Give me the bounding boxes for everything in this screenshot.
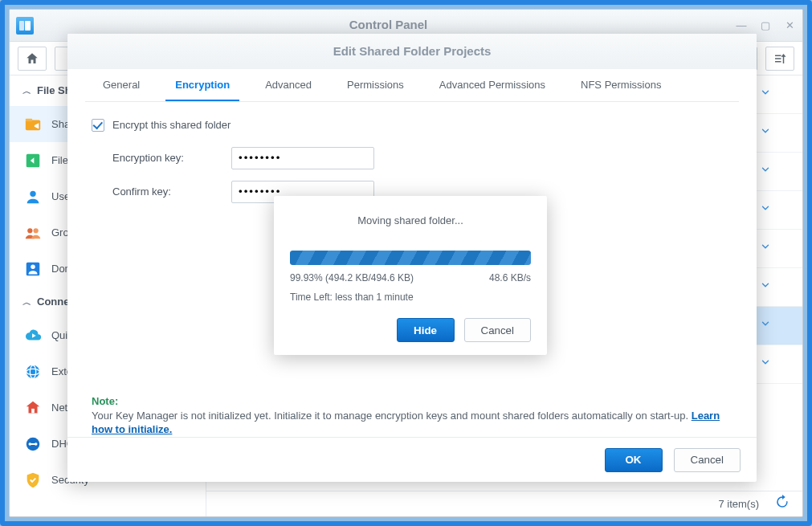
dialog-title: Edit Shared Folder Projects	[67, 34, 757, 69]
note-text: Your Key Manager is not initialized yet.…	[92, 410, 688, 422]
note-label: Note:	[92, 395, 118, 407]
progress-percent: 99.93% (494.2 KB/494.6 KB)	[290, 271, 414, 284]
chevron-down-icon	[756, 202, 775, 218]
home-button[interactable]	[18, 47, 47, 71]
svg-point-3	[30, 190, 35, 196]
home-icon	[25, 51, 39, 66]
svg-rect-11	[31, 408, 35, 413]
folder-share-icon	[24, 116, 42, 133]
svg-point-5	[34, 228, 39, 233]
shield-icon	[24, 471, 42, 489]
progress-title: Moving shared folder...	[290, 214, 531, 228]
progress-speed: 48.6 KB/s	[489, 271, 531, 284]
tab-nfs-permissions[interactable]: NFS Permissions	[563, 69, 679, 101]
globe-icon	[24, 363, 42, 381]
tab-encryption[interactable]: Encryption	[157, 69, 247, 101]
cancel-button[interactable]: Cancel	[674, 448, 741, 472]
chevron-down-icon	[756, 164, 775, 179]
progress-bar	[290, 251, 531, 265]
domain-icon	[24, 260, 42, 278]
chevron-up-icon: ︿	[21, 85, 32, 97]
network-home-icon	[24, 399, 42, 417]
chevron-down-icon	[756, 241, 775, 256]
key-manager-note: Note: Your Key Manager is not initialize…	[92, 394, 732, 437]
tab-permissions[interactable]: Permissions	[329, 69, 422, 101]
encryption-key-label: Encryption key:	[112, 151, 217, 165]
window-title: Control Panel	[42, 17, 735, 33]
svg-point-8	[27, 365, 40, 378]
group-icon	[24, 224, 42, 242]
tab-adv-permissions[interactable]: Advanced Permissions	[422, 69, 563, 101]
tab-advanced[interactable]: Advanced	[247, 69, 329, 101]
chevron-up-icon: ︿	[21, 296, 32, 308]
sort-icon	[773, 51, 787, 66]
ok-button[interactable]: OK	[605, 448, 663, 472]
reload-icon	[775, 495, 790, 509]
chevron-down-icon	[756, 318, 775, 333]
chevron-down-icon	[756, 357, 775, 372]
confirm-key-label: Confirm key:	[112, 185, 217, 199]
tab-general[interactable]: General	[85, 69, 157, 101]
file-services-icon	[24, 152, 42, 169]
user-icon	[24, 188, 42, 206]
chevron-down-icon	[756, 279, 775, 295]
progress-cancel-button[interactable]: Cancel	[464, 318, 532, 342]
dialog-actions: OK Cancel	[67, 437, 757, 482]
sort-button[interactable]	[765, 47, 794, 71]
encrypt-checkbox[interactable]	[92, 119, 104, 132]
statusbar: 7 item(s)	[206, 491, 802, 516]
svg-point-4	[27, 228, 32, 233]
minimize-button[interactable]: —	[735, 18, 748, 33]
encryption-key-input[interactable]	[231, 147, 374, 169]
svg-rect-1	[26, 118, 32, 121]
moving-folder-dialog: Moving shared folder... 99.93% (494.2 KB…	[274, 196, 547, 355]
encrypt-checkbox-label: Encrypt this shared folder	[112, 118, 231, 133]
progress-fill	[290, 251, 531, 265]
progress-time-left: Time Left: less than 1 minute	[290, 291, 414, 304]
hide-button[interactable]: Hide	[397, 318, 455, 342]
close-button[interactable]: ✕	[783, 18, 796, 33]
chevron-down-icon	[756, 125, 775, 141]
svg-point-7	[31, 264, 35, 269]
maximize-button[interactable]: ▢	[759, 18, 772, 33]
dialog-tabs: GeneralEncryptionAdvancedPermissionsAdva…	[67, 69, 757, 101]
cloud-quick-icon	[24, 327, 42, 345]
dhcp-icon	[24, 435, 42, 453]
item-count: 7 item(s)	[718, 497, 759, 512]
app-icon	[16, 17, 34, 35]
reload-button[interactable]	[775, 495, 790, 513]
chevron-down-icon	[756, 87, 775, 102]
